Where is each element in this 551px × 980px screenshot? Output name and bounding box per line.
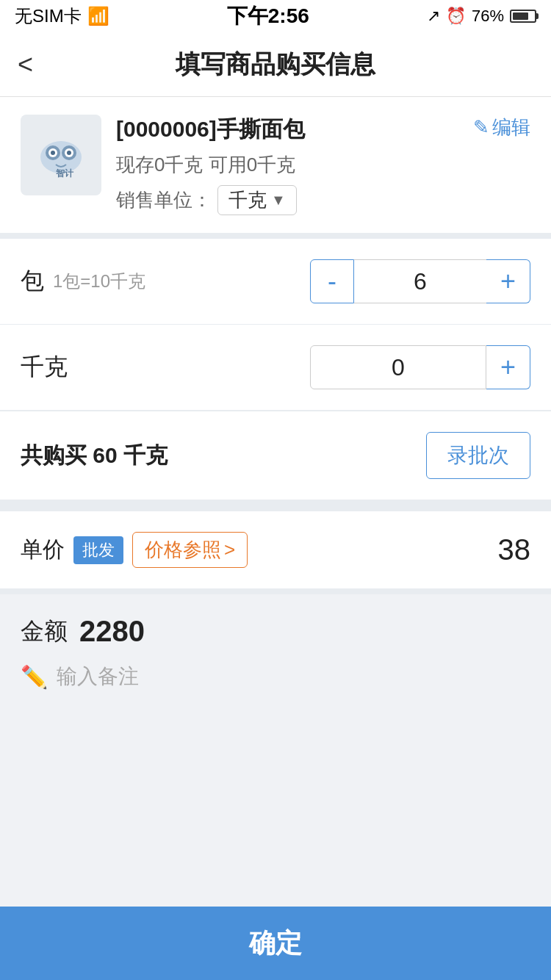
summary-row: 共购买 60 千克 录批次 [0,411,551,500]
chevron-down-icon: ▼ [271,192,286,209]
bao-minus-button[interactable]: - [310,259,354,303]
location-icon: ↗ [427,7,440,26]
kg-input[interactable] [310,345,486,389]
bao-controls: - + [310,259,530,303]
svg-point-5 [51,151,55,155]
product-stock: 现存0千克 可用0千克 [116,152,458,178]
kg-controls: + [310,345,530,389]
product-card: 智计 [0000006]手撕面包 现存0千克 可用0千克 销售单位： 千克 ▼ … [0,97,551,239]
wifi-icon: 📶 [87,6,109,26]
chevron-right-icon: > [224,538,235,561]
kg-plus-button[interactable]: + [486,345,530,389]
summary-qty: 60 [93,443,117,467]
kg-quantity-row: 千克 + [0,325,551,411]
bao-sublabel: 1包=10千克 [53,270,310,293]
battery-icon [510,10,536,23]
price-section: 单价 批发 价格参照 > 38 [0,511,551,594]
confirm-button-label: 确定 [249,926,302,962]
product-name: [0000006]手撕面包 [116,115,458,145]
bao-label: 包 [21,265,44,298]
svg-text:智计: 智计 [55,168,74,179]
svg-point-6 [67,151,71,155]
edit-label: 编辑 [492,115,530,140]
edit-icon: ✎ [473,116,489,139]
alarm-icon: ⏰ [446,7,466,26]
note-row[interactable]: ✏️ 输入备注 [21,663,530,691]
back-button[interactable]: < [18,49,33,80]
amount-label: 金额 [21,616,68,648]
amount-value: 2280 [79,615,145,648]
amount-row: 金额 2280 [21,615,530,648]
product-card-right: ✎ 编辑 [473,115,530,140]
summary-prefix: 共购买 [21,443,87,467]
battery-pct: 76% [472,7,504,26]
bao-input[interactable] [354,259,486,303]
bao-quantity-row: 包 1包=10千克 - + [0,239,551,325]
note-placeholder: 输入备注 [57,663,139,691]
section-divider-1 [0,500,551,511]
product-unit: 销售单位： 千克 ▼ [116,185,458,215]
pencil-icon: ✏️ [21,664,48,690]
product-info: [0000006]手撕面包 现存0千克 可用0千克 销售单位： 千克 ▼ [116,115,458,215]
product-thumbnail: 智计 [21,115,101,195]
confirm-bar[interactable]: 确定 [0,907,551,980]
carrier-text: 无SIM卡 [15,4,82,28]
status-bar: 无SIM卡 📶 下午2:56 ↗ ⏰ 76% [0,0,551,32]
kg-label: 千克 [21,351,68,383]
price-value: 38 [498,533,531,566]
summary-unit: 千克 [123,443,168,467]
edit-button[interactable]: ✎ 编辑 [473,115,530,140]
bao-plus-button[interactable]: + [486,259,530,303]
batch-button[interactable]: 录批次 [426,432,530,479]
unit-selector[interactable]: 千克 ▼ [217,185,297,215]
content-area: 智计 [0000006]手撕面包 现存0千克 可用0千克 销售单位： 千克 ▼ … [0,97,551,907]
price-badge: 批发 [73,536,123,564]
price-label: 单价 [21,535,65,565]
status-right: ↗ ⏰ 76% [427,7,536,26]
unit-value: 千克 [228,187,267,213]
amount-section: 金额 2280 ✏️ 输入备注 [0,594,551,698]
status-left: 无SIM卡 📶 [15,4,109,28]
page-header: < 填写商品购买信息 [0,32,551,97]
price-ref-label: 价格参照 [145,537,221,563]
summary-text: 共购买 60 千克 [21,441,426,471]
page-title: 填写商品购买信息 [176,48,375,82]
price-ref-button[interactable]: 价格参照 > [132,532,248,568]
unit-label: 销售单位： [116,187,212,213]
status-time: 下午2:56 [227,2,309,30]
spacer [0,698,551,907]
quantity-section: 包 1包=10千克 - + 千克 + 共购买 60 千克 录批次 [0,239,551,500]
